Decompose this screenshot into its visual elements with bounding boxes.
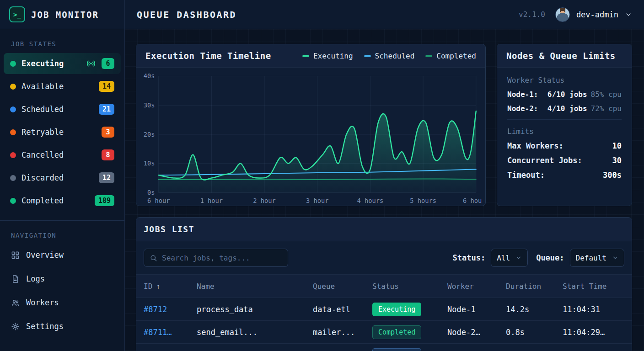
search-box[interactable] bbox=[144, 249, 288, 267]
legend-item-executing: Executing bbox=[302, 52, 353, 60]
timeline-card-header: Execution Time Timeline ExecutingSchedul… bbox=[136, 44, 485, 68]
sidebar-header: >_ JOB MONITOR bbox=[0, 0, 124, 29]
app-title: JOB MONITOR bbox=[31, 10, 99, 20]
state-label: Scheduled bbox=[21, 105, 93, 114]
worker-stats: 6/10 jobs85% cpu bbox=[547, 90, 622, 99]
svg-text:1 hour: 1 hour bbox=[200, 197, 223, 204]
filters: Status:AllQueue:Default bbox=[453, 249, 624, 267]
status-badge: Scheduled bbox=[372, 348, 421, 351]
state-count-badge: 6 bbox=[102, 58, 114, 69]
column-header-duration[interactable]: Duration bbox=[499, 282, 555, 291]
job-status-cell: Executing bbox=[365, 303, 440, 316]
column-label: Worker bbox=[447, 282, 474, 291]
state-count-badge: 21 bbox=[99, 104, 114, 115]
column-header-start-time[interactable]: Start Time bbox=[555, 282, 632, 291]
worker-stats: 4/10 jobs72% cpu bbox=[547, 104, 622, 113]
legend-dash bbox=[364, 55, 371, 57]
sidebar-state-cancelled[interactable]: Cancelled8 bbox=[4, 144, 121, 165]
limit-label: Max Workers: bbox=[507, 141, 564, 150]
worker-row: Node-2:4/10 jobs72% cpu bbox=[507, 104, 622, 113]
state-count-badge: 189 bbox=[95, 195, 114, 206]
column-header-status[interactable]: Status bbox=[365, 282, 440, 291]
status-badge: Executing bbox=[372, 303, 421, 316]
worker-status-heading: Worker Status bbox=[507, 76, 622, 85]
state-dot-icon bbox=[10, 152, 16, 158]
table-row[interactable]: #8711…send_email...mailer...CompletedNod… bbox=[136, 321, 632, 344]
grid-icon bbox=[11, 251, 20, 260]
table-body: #8712process_datadata-etlExecutingNode-1… bbox=[136, 298, 632, 351]
state-label: Executing bbox=[21, 59, 80, 68]
nav-label: Overview bbox=[26, 250, 64, 260]
state-label: Completed bbox=[21, 196, 89, 205]
job-worker: Node-2… bbox=[440, 328, 499, 337]
column-header-id[interactable]: ID↑ bbox=[136, 282, 189, 291]
nav-label: Settings bbox=[26, 322, 64, 331]
filter-label-status: Status: bbox=[453, 253, 486, 262]
timeline-chart: 0s10s20s30s40s6 hour1 hour2 hour3 hour4 … bbox=[136, 68, 485, 206]
limit-value: 30 bbox=[612, 156, 622, 165]
sidebar-state-retryable[interactable]: Retryable3 bbox=[4, 122, 121, 143]
nodes-title: Nodes & Queue Limits bbox=[506, 51, 616, 61]
sidebar-state-scheduled[interactable]: Scheduled21 bbox=[4, 99, 121, 120]
state-dot-icon bbox=[10, 175, 16, 181]
limit-row: Max Workers:10 bbox=[507, 141, 622, 150]
version-label: v2.1.0 bbox=[519, 10, 545, 19]
state-dot-icon bbox=[10, 106, 16, 112]
nav-label: Logs bbox=[26, 274, 45, 283]
queue-select[interactable]: Default bbox=[570, 249, 624, 267]
sidebar-item-settings[interactable]: Settings bbox=[4, 316, 121, 337]
job-duration: 14.2s bbox=[499, 305, 555, 314]
username[interactable]: dev-admin bbox=[576, 10, 618, 19]
column-label: Queue bbox=[313, 282, 335, 291]
sidebar-state-executing[interactable]: Executing6 bbox=[4, 53, 121, 74]
job-status-cell: Scheduled bbox=[365, 348, 440, 351]
sidebar-state-available[interactable]: Available14 bbox=[4, 76, 121, 97]
chevron-down-icon[interactable] bbox=[625, 11, 632, 18]
worker-list: Node-1:6/10 jobs85% cpuNode-2:4/10 jobs7… bbox=[507, 90, 622, 113]
column-label: Start Time bbox=[563, 282, 606, 291]
search-input[interactable] bbox=[162, 254, 282, 262]
people-icon bbox=[11, 298, 20, 307]
select-value: All bbox=[497, 254, 510, 262]
sidebar: >_ JOB MONITOR JOB STATES Executing6Avai… bbox=[0, 0, 125, 351]
limit-value: 300s bbox=[603, 170, 622, 180]
table-row[interactable]: #8710process_datamailer…ScheduledNode-10… bbox=[136, 344, 632, 351]
sidebar-item-workers[interactable]: Workers bbox=[4, 292, 121, 313]
legend-dash bbox=[302, 55, 309, 57]
limit-row: Timeout:300s bbox=[507, 170, 622, 180]
worker-cpu: 72% cpu bbox=[591, 104, 622, 113]
svg-text:10s: 10s bbox=[144, 160, 155, 167]
job-id-link[interactable]: #8711… bbox=[136, 328, 189, 337]
column-header-worker[interactable]: Worker bbox=[440, 282, 499, 291]
sidebar-state-completed[interactable]: Completed189 bbox=[4, 190, 121, 211]
limits-heading: Limits bbox=[507, 127, 622, 136]
sidebar-divider bbox=[0, 220, 124, 221]
worker-row: Node-1:6/10 jobs85% cpu bbox=[507, 90, 622, 99]
jobs-title: JOBS LIST bbox=[144, 224, 194, 234]
svg-text:4 hours: 4 hours bbox=[357, 197, 384, 204]
gear-icon bbox=[11, 322, 20, 331]
avatar[interactable] bbox=[555, 7, 570, 22]
table-row[interactable]: #8712process_datadata-etlExecutingNode-1… bbox=[136, 298, 632, 321]
terminal-logo-icon: >_ bbox=[9, 6, 25, 22]
sidebar-item-logs[interactable]: Logs bbox=[4, 268, 121, 289]
page-title: QUEUE DASHBOARD bbox=[137, 9, 236, 20]
sidebar-item-overview[interactable]: Overview bbox=[4, 245, 121, 266]
worker-jobs: 6/10 jobs bbox=[547, 90, 587, 99]
state-count-badge: 8 bbox=[102, 149, 114, 160]
column-header-queue[interactable]: Queue bbox=[306, 282, 365, 291]
live-broadcast-icon bbox=[86, 58, 96, 69]
state-count-badge: 3 bbox=[102, 127, 114, 138]
status-select[interactable]: All bbox=[491, 249, 528, 267]
worker-name: Node-1: bbox=[507, 90, 538, 99]
job-id-link[interactable]: #8712 bbox=[136, 305, 189, 314]
column-header-name[interactable]: Name bbox=[189, 282, 306, 291]
state-dot-icon bbox=[10, 198, 16, 204]
state-dot-icon bbox=[10, 129, 16, 135]
svg-text:6 hours: 6 hours bbox=[463, 197, 483, 204]
worker-name: Node-2: bbox=[507, 104, 538, 113]
job-start-time: 11:04:29… bbox=[555, 328, 632, 337]
nav-label: Workers bbox=[26, 298, 59, 307]
sidebar-state-discarded[interactable]: Discarded12 bbox=[4, 167, 121, 188]
svg-text:2 hour: 2 hour bbox=[253, 197, 275, 204]
